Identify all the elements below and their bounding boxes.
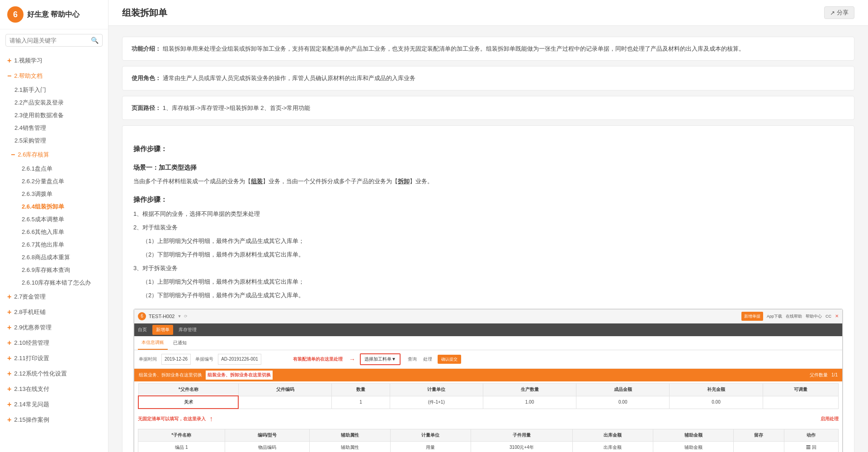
plus-icon-s28: + — [7, 308, 11, 316]
sidebar-item-s2610[interactable]: 2.6.10库存账本错了怎么办 — [0, 276, 108, 289]
mock-th-child-retain: 留存 — [734, 429, 784, 442]
share-icon: ↗ — [830, 10, 835, 16]
arrow-icon-5: ↑ — [209, 412, 213, 426]
plus-icon-s29: + — [7, 324, 11, 332]
sidebar-item-s23[interactable]: 2.3使用前数据准备 — [0, 109, 108, 122]
sidebar-item-s267[interactable]: 2.6.7其他出库单 — [0, 238, 108, 251]
step3-2: （2）下部明细为子件明细，最终作为产成品生成其它入库单。 — [133, 290, 843, 301]
mock-parent-cell-name: 关术 — [138, 396, 238, 409]
annotation-5: 无固定清单可以填写，在这里录入 — [138, 414, 206, 423]
sidebar-item-s214[interactable]: + 2.14常见问题 — [0, 397, 108, 412]
scene1-title: 场景一：加工类型选择 — [133, 161, 843, 174]
content-area: 功能介绍： 组装拆卸单用来处理企业组装或拆卸等加工业务，支持有固定装配清单的产品… — [108, 26, 868, 452]
sidebar-item-s28[interactable]: + 2.8手机旺铺 — [0, 305, 108, 320]
mock-lower-table: *子件名称 编码/型号 辅助属性 计量单位 子件用量 出库金额 辅助金额 留存 … — [134, 427, 842, 452]
mock-dropdown[interactable]: 选择加工料单▼ — [360, 353, 401, 365]
mock-th-child-action: 动作 — [784, 429, 839, 442]
sidebar-item-s263[interactable]: 2.6.3调拨单 — [0, 188, 108, 200]
mock-th-child-code: 编码/型号 — [225, 429, 310, 442]
search-icon: 🔍 — [91, 37, 99, 44]
mock-app: 6 TEST-H002 ▼ ⟳ 新增单据 App下载 在线帮助 帮助中心 CC … — [134, 309, 843, 452]
sidebar-item-s210[interactable]: + 2.10经营管理 — [0, 335, 108, 351]
sidebar-item-s265[interactable]: 2.6.5成本调整单 — [0, 213, 108, 226]
sidebar-item-s24[interactable]: 2.4销售管理 — [0, 122, 108, 134]
sidebar-item-s2[interactable]: − 2.帮助文档 — [0, 68, 108, 84]
sidebar-item-s266[interactable]: 2.6.6其他入库单 — [0, 226, 108, 238]
path-text: 1、库存核算->库存管理->组装拆卸单 2、首页->常用功能 — [163, 105, 311, 111]
mock-new-btn: 新增单据 — [741, 312, 763, 321]
sidebar-item-s27[interactable]: + 2.7资金管理 — [0, 289, 108, 305]
mock-parent-cell-prodqty: 1.00 — [483, 396, 576, 409]
sidebar-item-s29[interactable]: + 2.9优惠券管理 — [0, 320, 108, 335]
mock-date-label: 单据时间 — [139, 355, 157, 364]
mock-nav-new: 新增单 — [152, 325, 173, 335]
mock-nav-inventory: 库存管理 — [179, 325, 197, 334]
mock-num-label: 单据编号 — [195, 355, 213, 364]
mock-child-1-attr: 辅助属性 — [310, 442, 390, 452]
mock-child-table: *子件名称 编码/型号 辅助属性 计量单位 子件用量 出库金额 辅助金额 留存 … — [138, 429, 839, 452]
mock-th-prod-amt: 成品金额 — [576, 384, 670, 396]
step3-1: （1）上部明细为父件明细，最终作为原材料生成其它出库单； — [133, 276, 843, 288]
mock-th-child-usage: 子件用量 — [471, 429, 572, 442]
sidebar-item-s26[interactable]: − 2.6库存核算 — [0, 147, 108, 162]
mock-tab-2[interactable]: 已通知 — [170, 337, 190, 349]
mock-close-icon[interactable]: ✕ — [835, 312, 839, 321]
share-button[interactable]: ↗ 分享 — [824, 6, 854, 19]
mock-date-value: 2019-12-26 — [161, 354, 191, 365]
path-label: 页面路径： — [132, 105, 161, 111]
search-input[interactable] — [9, 37, 91, 44]
mock-subnav: 自页 新增单 库存管理 — [134, 324, 842, 336]
mock-nav-home: 自页 — [138, 325, 147, 334]
mock-child-1-action: ☰ 回 — [784, 442, 839, 452]
sidebar-item-s22[interactable]: 2.2产品安装及登录 — [0, 96, 108, 109]
mock-confirm-btn[interactable]: 确认提交 — [438, 355, 461, 364]
mock-mid-annotation: 无固定清单可以填写，在这里录入 ↑ 启用处理 — [134, 411, 842, 427]
mock-type-row: 组装业务、拆卸业务在这里切换 组装业务、拆卸业务在这里切换 父件数量 1/1 — [134, 369, 842, 381]
sidebar-item-s21[interactable]: 2.1新手入门 — [0, 84, 108, 96]
step2: 2、对于组装业务 — [133, 222, 843, 233]
mock-action2-label: 处理 — [423, 355, 432, 364]
mock-child-1-unit: 用量 — [390, 442, 471, 452]
mock-parent-row-1: 关术 1 (件-1+1) 1.00 0.00 0.00 — [138, 396, 839, 409]
mock-num-value: AD-20191226-001 — [218, 354, 261, 365]
sidebar-item-s262[interactable]: 2.6.2分量盘点单 — [0, 175, 108, 188]
role-text: 通常由生产人员或库管人员完成拆装业务的操作，库管人员确认原材料的出库和产成品的入… — [163, 75, 415, 81]
role-card: 使用角色： 通常由生产人员或库管人员完成拆装业务的操作，库管人员确认原材料的出库… — [122, 66, 854, 90]
sidebar-item-s25[interactable]: 2.5采购管理 — [0, 134, 108, 147]
plus-icon-s211: + — [7, 354, 11, 362]
mock-nav-app: App下载 — [767, 312, 782, 320]
sidebar-item-s1[interactable]: + 1.视频学习 — [0, 53, 108, 68]
search-box[interactable]: 🔍 — [5, 34, 103, 47]
screenshot-container: 6 TEST-H002 ▼ ⟳ 新增单据 App下载 在线帮助 帮助中心 CC … — [133, 309, 843, 452]
mock-nav-help: 在线帮助 — [786, 312, 802, 320]
mock-tabs: 本信息调账 已通知 — [134, 336, 842, 350]
mock-th-qty: 数量 — [332, 384, 390, 396]
sidebar-item-s211[interactable]: + 2.11打印设置 — [0, 351, 108, 366]
sidebar-item-s264[interactable]: 2.6.4组装拆卸单 — [0, 200, 108, 213]
mock-th-unit: 计量单位 — [390, 384, 483, 396]
minus-icon-s26: − — [11, 151, 15, 159]
app-title: 好生意 帮助中心 — [27, 10, 80, 19]
sidebar-item-s261[interactable]: 2.6.1盘点单 — [0, 162, 108, 175]
step2-1: （1）上部明细为父件明细，最终作为产成品生成其它入库单； — [133, 235, 843, 247]
sidebar-item-s268[interactable]: 2.6.8商品成本重算 — [0, 251, 108, 264]
plus-icon-s27: + — [7, 293, 11, 301]
sidebar-item-s215[interactable]: + 2.15操作案例 — [0, 412, 108, 428]
arrow-icon-1: → — [349, 353, 355, 366]
mock-child-1-code: 物品编码 — [225, 442, 310, 452]
mock-th-child-name: *子件名称 — [138, 429, 225, 442]
mock-type-right: 父件数量 1/1 — [810, 371, 838, 380]
mock-parent-table: *父件名称 父件编码 数量 计量单位 生产数量 成品金额 补充金额 可调量 — [138, 383, 839, 409]
mock-tab-1[interactable]: 本信息调账 — [138, 336, 168, 350]
sidebar-item-s269[interactable]: 2.6.9库存账本查询 — [0, 264, 108, 276]
mock-th-prod-qty: 生产数量 — [483, 384, 576, 396]
mock-th-child-amt: 出库金额 — [572, 429, 653, 442]
sidebar-item-s212[interactable]: + 2.12系统个性化设置 — [0, 366, 108, 381]
operations-title: 操作步骤： — [133, 142, 843, 156]
sidebar-item-s213[interactable]: + 2.13在线支付 — [0, 381, 108, 397]
mock-child-1-usage: 3100元+4年 — [471, 442, 572, 452]
main-panel: 组装拆卸单 ↗ 分享 功能介绍： 组装拆卸单用来处理企业组装或拆卸等加工业务，支… — [108, 0, 868, 452]
mock-th-parent-name: *父件名称 — [138, 384, 238, 396]
annotation-4: 启用处理 — [821, 414, 839, 423]
mock-child-1-retain — [734, 442, 784, 452]
